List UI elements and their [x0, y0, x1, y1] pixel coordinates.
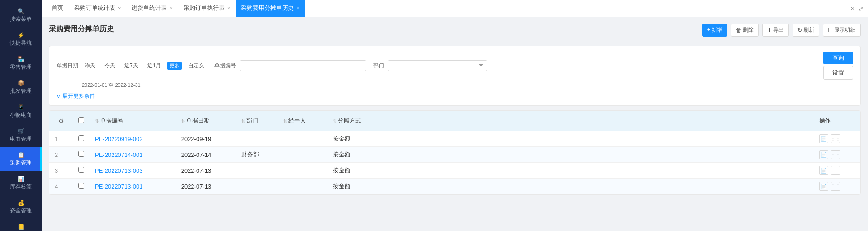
dept-select[interactable] — [388, 60, 487, 71]
row-action-cell: 📄 ⋮⋮ — [814, 131, 860, 147]
tab-label: 采购订单执行表 — [184, 4, 225, 12]
row-checkbox[interactable] — [78, 167, 84, 173]
tab-purchase-order-stats[interactable]: 采购订单统计表 × — [69, 0, 126, 17]
delete-button[interactable]: 🗑 删除 — [731, 24, 759, 37]
row-checkbox[interactable] — [78, 151, 84, 157]
th-checkbox — [73, 111, 90, 131]
tab-purchase-fee-split[interactable]: 采购费用分摊单历史 × — [236, 0, 305, 17]
close-window-icon[interactable]: × — [851, 5, 854, 12]
tab-home[interactable]: 首页 — [46, 0, 69, 17]
sidebar-item-label: 库存核算 — [2, 183, 40, 191]
table-row: 1 PE-20220919-002 2022-09-19 按金额 📄 ⋮⋮ — [49, 131, 860, 147]
sidebar-item-finance[interactable]: 💰 资金管理 — [0, 195, 42, 219]
export-button[interactable]: ⬆ 导出 — [762, 24, 789, 37]
th-dept-sort-icon: ⇅ — [241, 118, 245, 123]
row-dept-cell — [236, 179, 278, 194]
search-panel: 单据日期 昨天 今天 近7天 近1月 更多 自定义 单据编号 部门 — [49, 46, 861, 106]
row-checkbox[interactable] — [78, 183, 84, 189]
date-tag-1month[interactable]: 近1月 — [145, 61, 164, 71]
th-gear: ⚙ — [49, 111, 73, 131]
tab-close-icon[interactable]: × — [297, 5, 299, 11]
date-tag-today[interactable]: 今天 — [102, 61, 118, 71]
th-sn: ⇅ 单据编号 — [90, 111, 176, 131]
more-action-icon[interactable]: ⋮⋮ — [831, 134, 840, 143]
row-handler-cell — [278, 147, 327, 163]
sidebar-item-quicknav[interactable]: ⚡ 快捷导航 — [0, 28, 42, 52]
data-table: ⚙ ⇅ 单据编号 ⇅ — [49, 111, 860, 194]
sidebar-item-inventory[interactable]: 📊 库存核算 — [0, 171, 42, 195]
row-sn-link[interactable]: PE-20220714-001 — [95, 151, 143, 158]
tab-close-icon[interactable]: × — [118, 5, 121, 11]
row-sn-link[interactable]: PE-20220713-003 — [95, 167, 143, 174]
sidebar-item-search[interactable]: 🔍 搜索菜单 — [0, 4, 42, 28]
row-sn-cell: PE-20220713-001 — [90, 179, 176, 194]
more-action-icon[interactable]: ⋮⋮ — [831, 150, 840, 159]
sn-field: 单据编号 — [214, 60, 366, 71]
edit-action-icon[interactable]: 📄 — [819, 134, 828, 143]
edit-action-icon[interactable]: 📄 — [819, 166, 828, 175]
row-action-cell: 📄 ⋮⋮ — [814, 147, 860, 163]
row-checkbox[interactable] — [78, 135, 84, 141]
date-tag-7days[interactable]: 近7天 — [122, 61, 141, 71]
show-cols-button[interactable]: ☐ 显示明细 — [823, 24, 861, 37]
window-controls: × ⤢ — [851, 5, 863, 12]
add-button[interactable]: + 新增 — [702, 24, 727, 37]
sidebar-item-ecommerce[interactable]: 🛒 电商管理 — [0, 123, 42, 147]
sn-input[interactable] — [240, 60, 366, 71]
date-tag-more[interactable]: 更多 — [167, 62, 182, 70]
more-action-icon[interactable]: ⋮⋮ — [831, 182, 840, 191]
row-checkbox-cell — [73, 147, 90, 163]
sidebar-item-label: 零售管理 — [2, 63, 40, 71]
row-date-cell: 2022-07-13 — [176, 179, 236, 194]
sidebar-item-label: 资金管理 — [2, 207, 40, 215]
query-button[interactable]: 查询 — [823, 52, 853, 64]
sidebar-item-purchase[interactable]: 📋 采购管理 — [0, 147, 42, 171]
date-label: 单据日期 — [57, 62, 78, 70]
sidebar-item-general-ledger[interactable]: 📒 总账管理 — [0, 219, 42, 231]
row-sn-link[interactable]: PE-20220919-002 — [95, 136, 143, 142]
sn-label: 单据编号 — [214, 62, 236, 70]
ecommerce-small-icon: 📱 — [2, 104, 40, 110]
gear-icon[interactable]: ⚙ — [55, 114, 67, 127]
sidebar-item-label: 批发管理 — [2, 87, 40, 95]
select-all-checkbox[interactable] — [78, 117, 84, 123]
th-dept: ⇅ 部门 — [236, 111, 278, 131]
row-action-cell: 📄 ⋮⋮ — [814, 179, 860, 194]
table-container: ⚙ ⇅ 单据编号 ⇅ — [49, 110, 861, 195]
row-gear-cell: 4 — [49, 179, 73, 194]
row-checkbox-cell — [73, 179, 90, 194]
sidebar-item-wholesale[interactable]: 📦 批发管理 — [0, 75, 42, 99]
tab-home-label: 首页 — [52, 4, 63, 12]
search-row: 单据日期 昨天 今天 近7天 近1月 更多 自定义 单据编号 部门 — [57, 52, 853, 80]
maximize-window-icon[interactable]: ⤢ — [858, 5, 863, 12]
tab-purchase-goods-stats[interactable]: 进货单统计表 × — [126, 0, 178, 17]
table-header-row: ⚙ ⇅ 单据编号 ⇅ — [49, 111, 860, 131]
date-tag-yesterday[interactable]: 昨天 — [82, 61, 98, 71]
edit-action-icon[interactable]: 📄 — [819, 182, 828, 191]
checkbox-icon: ☐ — [828, 27, 833, 33]
tab-label: 采购订单统计表 — [74, 4, 115, 12]
sidebar-item-label: 快捷导航 — [2, 39, 40, 47]
table-row: 2 PE-20220714-001 2022-07-14 财务部 按金额 📄 ⋮… — [49, 147, 860, 163]
tab-close-icon[interactable]: × — [170, 5, 172, 11]
expand-button[interactable]: ∨ 展开更多条件 — [57, 92, 853, 100]
tab-close-icon[interactable]: × — [227, 5, 230, 11]
sidebar-item-label: 小畅电商 — [2, 111, 40, 119]
row-sn-cell: PE-20220713-003 — [90, 163, 176, 179]
sidebar-item-retail[interactable]: 🏪 零售管理 — [0, 52, 42, 75]
date-tag-custom[interactable]: 自定义 — [185, 61, 207, 71]
refresh-button[interactable]: ↻ 刷新 — [793, 24, 819, 37]
row-date-cell: 2022-07-14 — [176, 147, 236, 163]
row-split-method-cell: 按金额 — [327, 179, 814, 194]
setting-button[interactable]: 设置 — [823, 66, 853, 80]
tab-purchase-order-exec[interactable]: 采购订单执行表 × — [178, 0, 236, 17]
th-sn-sort-icon: ⇅ — [95, 118, 99, 123]
ledger-icon: 📒 — [2, 224, 40, 230]
row-sn-link[interactable]: PE-20220713-001 — [95, 183, 143, 190]
edit-action-icon[interactable]: 📄 — [819, 150, 828, 159]
sidebar-item-ecommerce-small[interactable]: 📱 小畅电商 — [0, 99, 42, 123]
row-number: 4 — [55, 183, 58, 190]
more-action-icon[interactable]: ⋮⋮ — [831, 166, 840, 175]
th-split-method: ⇅ 分摊方式 — [327, 111, 814, 131]
search-menu-icon: 🔍 — [2, 8, 40, 14]
